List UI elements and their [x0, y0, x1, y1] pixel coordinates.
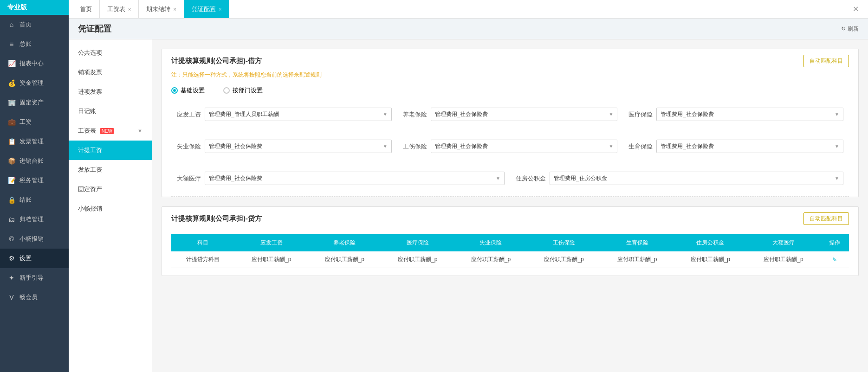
- sidebar-item-inventory[interactable]: 📦 进销台账: [0, 151, 69, 171]
- section2-title: 计提核算规则(公司承担)-贷方: [171, 214, 262, 223]
- select-ylbx2[interactable]: 管理费用_社会保险费 ▼: [656, 108, 843, 121]
- sidebar-item-funds[interactable]: 💰 资金管理: [0, 73, 69, 93]
- section1-note: 注：只能选择一种方式，系统将按照您当前的选择来配置规则: [162, 71, 858, 83]
- sidebar-item-xiaochang[interactable]: © 小畅报销: [0, 229, 69, 249]
- tab-period-close-label: 期末结转: [146, 5, 170, 13]
- field-deyly: 大额医疗 管理费用_社会保险费 ▼: [171, 168, 510, 189]
- sidebar-item-reports[interactable]: 📈 报表中心: [0, 54, 69, 73]
- radio-department[interactable]: 按部门设置: [223, 86, 263, 95]
- td-sybx2: 应付职工薪酬_p: [601, 251, 674, 268]
- tab-payroll-label: 工资表: [107, 5, 125, 13]
- sidebar-item-vip[interactable]: V 畅会员: [0, 288, 69, 307]
- select-zfgjj-value: 管理费用_住房公积金: [554, 174, 607, 182]
- sidebar-label-archive: 归档管理: [19, 215, 44, 224]
- section-credit: 计提核算规则(公司承担)-贷方 自动匹配科目 科目 应发工资 养老保险 医疗保险…: [162, 206, 859, 276]
- th-sybx: 失业保险: [454, 234, 528, 251]
- th-yfgz: 应发工资: [235, 234, 308, 251]
- left-menu: 公共选项 销项发票 进项发票 日记账 工资表 NEW ▼ 计提工资: [69, 39, 152, 372]
- menu-item-fixed-assets[interactable]: 固定资产: [69, 180, 152, 199]
- label-ylbx2: 医疗保险: [628, 110, 653, 119]
- refresh-button[interactable]: ↻ 刷新: [841, 25, 859, 33]
- select-zfgjj[interactable]: 管理费用_住房公积金 ▼: [550, 172, 843, 185]
- select-deyly[interactable]: 管理费用_社会保险费 ▼: [205, 172, 505, 185]
- xiaochang-icon: ©: [7, 235, 16, 243]
- menu-label-issue-payroll: 发放工资: [78, 166, 102, 174]
- menu-item-issue-payroll[interactable]: 发放工资: [69, 160, 152, 180]
- refresh-icon: ↻: [841, 26, 846, 32]
- sidebar-item-tax[interactable]: 📝 税务管理: [0, 171, 69, 190]
- select-ylbx-value: 管理费用_社会保险费: [435, 110, 488, 118]
- radio-basic-label: 基础设置: [181, 86, 205, 95]
- ledger-icon: ≡: [7, 40, 16, 48]
- tab-payroll-close[interactable]: ×: [128, 6, 131, 12]
- auto-match-credit-button[interactable]: 自动匹配科目: [803, 212, 849, 225]
- select-yfgz[interactable]: 管理费用_管理人员职工薪酬 ▼: [205, 108, 392, 121]
- home-icon: ⌂: [7, 21, 16, 28]
- select-sybx[interactable]: 管理费用_社会保险费 ▼: [205, 140, 392, 153]
- tab-voucher-config-close[interactable]: ×: [219, 6, 221, 12]
- menu-item-public[interactable]: 公共选项: [69, 43, 152, 63]
- guide-icon: ✦: [7, 274, 16, 282]
- sidebar-label-settings: 设置: [19, 254, 32, 263]
- sidebar-item-archive[interactable]: 🗂 归档管理: [0, 210, 69, 229]
- table-header-row: 科目 应发工资 养老保险 医疗保险 失业保险 工伤保险 生育保险 住房公积金 大…: [171, 234, 849, 251]
- menu-item-purchase-invoice[interactable]: 进项发票: [69, 82, 152, 102]
- th-deyly: 大额医疗: [747, 234, 820, 251]
- new-badge: NEW: [100, 128, 114, 134]
- select-sybx2[interactable]: 管理费用_社会保险费 ▼: [656, 140, 843, 153]
- tab-period-close-close[interactable]: ×: [173, 6, 176, 12]
- menu-label-public: 公共选项: [78, 49, 102, 57]
- select-gsbx[interactable]: 管理费用_社会保险费 ▼: [431, 140, 618, 153]
- menu-label-xiaochang-expense: 小畅报销: [78, 205, 102, 213]
- content-wrapper: 公共选项 销项发票 进项发票 日记账 工资表 NEW ▼ 计提工资: [69, 39, 868, 372]
- section-debit: 计提核算规则(公司承担)-借方 自动匹配科目 注：只能选择一种方式，系统将按照您…: [162, 49, 859, 197]
- select-ylbx[interactable]: 管理费用_社会保险费 ▼: [431, 108, 618, 121]
- funds-icon: 💰: [7, 79, 16, 87]
- td-ylbx: 应付职工薪酬_p: [308, 251, 381, 268]
- chevron-down-icon-deyly: ▼: [496, 176, 500, 181]
- tab-period-close[interactable]: 期末结转 ×: [139, 0, 184, 18]
- sidebar-label-tax: 税务管理: [19, 176, 44, 185]
- sidebar-item-ledger[interactable]: ≡ 总账: [0, 34, 69, 54]
- th-action: 操作: [820, 234, 849, 251]
- tab-voucher-config-label: 凭证配置: [192, 5, 216, 13]
- select-ylbx2-value: 管理费用_社会保险费: [661, 110, 714, 118]
- tab-home[interactable]: 首页: [72, 0, 100, 18]
- menu-arrow-payroll: ▼: [137, 128, 143, 134]
- auto-match-debit-button[interactable]: 自动匹配科目: [803, 55, 849, 67]
- th-sybx2: 生育保险: [601, 234, 674, 251]
- reports-icon: 📈: [7, 60, 16, 67]
- sidebar-item-invoice[interactable]: 📋 发票管理: [0, 132, 69, 151]
- menu-label-fixed-assets: 固定资产: [78, 185, 102, 193]
- sidebar-label-assets: 固定资产: [19, 98, 44, 107]
- menu-item-accrual-payroll[interactable]: 计提工资: [69, 141, 152, 160]
- page-title: 凭证配置: [78, 23, 111, 34]
- menu-label-sales-invoice: 销项发票: [78, 68, 102, 77]
- form-grid-row1: 应发工资 管理费用_管理人员职工薪酬 ▼ 养老保险 管理费用_社会保险费 ▼: [162, 100, 858, 132]
- label-ylbx: 养老保险: [403, 110, 427, 119]
- tab-voucher-config[interactable]: 凭证配置 ×: [184, 0, 229, 18]
- th-ylbx2: 医疗保险: [381, 234, 454, 251]
- sidebar-item-payroll[interactable]: 💼 工资: [0, 112, 69, 132]
- assets-icon: 🏢: [7, 99, 16, 106]
- menu-item-sales-invoice[interactable]: 销项发票: [69, 63, 152, 82]
- section2-header: 计提核算规则(公司承担)-贷方 自动匹配科目: [162, 207, 858, 229]
- sidebar-item-assets[interactable]: 🏢 固定资产: [0, 93, 69, 112]
- menu-item-xiaochang-expense[interactable]: 小畅报销: [69, 199, 152, 218]
- section1-title: 计提核算规则(公司承担)-借方: [171, 57, 262, 65]
- close-all-button[interactable]: ✕: [847, 5, 864, 13]
- settings-icon: ⚙: [7, 255, 16, 262]
- menu-item-journal[interactable]: 日记账: [69, 102, 152, 121]
- menu-item-payroll-table[interactable]: 工资表 NEW ▼: [69, 121, 152, 141]
- radio-basic[interactable]: 基础设置: [171, 86, 205, 95]
- tab-payroll[interactable]: 工资表 ×: [100, 0, 139, 18]
- sidebar-item-guide[interactable]: ✦ 新手引导: [0, 268, 69, 288]
- sidebar-item-closing[interactable]: 🔒 结账: [0, 190, 69, 210]
- td-action[interactable]: ✎: [820, 251, 849, 268]
- inventory-icon: 📦: [7, 157, 16, 165]
- credit-table: 科目 应发工资 养老保险 医疗保险 失业保险 工伤保险 生育保险 住房公积金 大…: [171, 234, 849, 268]
- menu-label-purchase-invoice: 进项发票: [78, 88, 102, 96]
- sidebar-item-home[interactable]: ⌂ 首页: [0, 15, 69, 34]
- sidebar-item-settings[interactable]: ⚙ 设置: [0, 249, 69, 268]
- label-gsbx: 工伤保险: [403, 142, 427, 151]
